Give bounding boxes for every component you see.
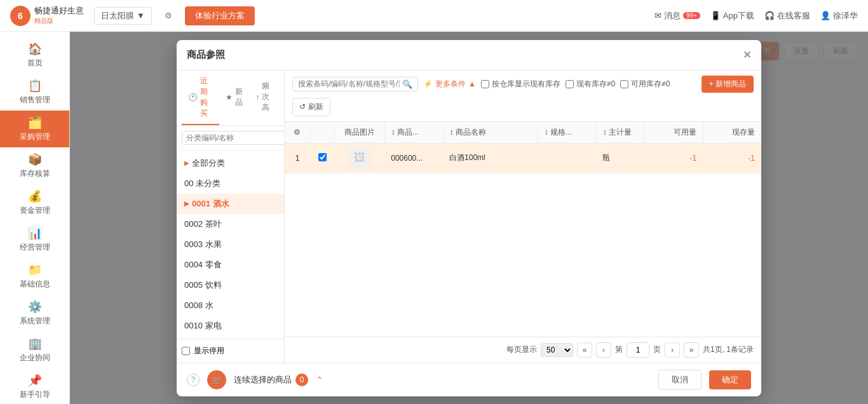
sidebar-item-enterprise[interactable]: 🏢 企业协同 [0,332,69,368]
selected-count: 连续选择的商品 0 [234,374,308,386]
enterprise-icon: 🏢 [28,337,42,351]
show-disabled-checkbox[interactable] [182,347,190,355]
page-label: 第 [615,344,623,355]
show-disabled-label: 显示停用 [194,346,224,356]
nav-msg[interactable]: ✉ 消息 99+ [654,10,700,22]
sidebar-label-operation: 经营管理 [20,242,50,253]
cat-item-c0001[interactable]: ▶ 0001 酒水 [177,194,284,214]
page-input[interactable] [627,342,649,358]
confirm-btn[interactable]: 确定 [709,370,751,389]
nav-user[interactable]: 👤 徐泽华 [820,10,858,22]
cat-item-c0004[interactable]: 0004 零食 [177,255,284,275]
recent-icon: 🕐 [188,93,198,102]
sidebar-item-sales[interactable]: 📋 销售管理 [0,74,69,111]
cat-item-c0005[interactable]: 0005 饮料 [177,275,284,295]
add-product-btn[interactable]: + 新增商品 [702,76,754,93]
cat-item-c0002-label: 0002 茶叶 [184,219,222,230]
modal-overlay: 商品参照 ✕ 🕐 近期购买 ★ 新 [70,32,868,404]
modal-close-btn[interactable]: ✕ [743,49,751,61]
cancel-btn[interactable]: 取消 [658,370,702,390]
sidebar-item-purchase[interactable]: 🗂️ 采购管理 [0,111,69,147]
by-warehouse-checkbox-group[interactable]: 按仓库显示现有库存 [481,79,560,90]
cat-tabs: 🕐 近期购买 ★ 新品 ↑ 频次高 [177,71,284,126]
sidebar-label-home: 首页 [27,58,43,69]
cat-item-c0003[interactable]: 0003 水果 [177,234,284,255]
cat-tab-recent[interactable]: 🕐 近期购买 [182,71,219,125]
help-icon[interactable]: ? [187,374,200,386]
cat-tab-freq[interactable]: ↑ 频次高 [249,71,279,125]
available-checkbox-group[interactable]: 可用库存≠0 [620,79,670,90]
sidebar-item-system[interactable]: ⚙️ 系统管理 [0,295,69,332]
sidebar-item-operation[interactable]: 📊 经营管理 [0,221,69,258]
next-page-btn[interactable]: › [665,342,680,358]
gear-icon[interactable]: ⚙ [159,7,177,25]
search-icon[interactable]: 🔍 [402,79,412,89]
finance-icon: 💰 [28,189,42,203]
sidebar-label-finance: 资金管理 [20,205,50,216]
th-img: 商品图片 [334,122,384,144]
trial-btn[interactable]: 体验行业方案 [185,6,255,25]
first-page-btn[interactable]: « [577,342,592,358]
table-row[interactable]: 1 🖼 000600... 白酒100ml [285,143,761,173]
logo-name: 畅捷通好生意 [34,6,84,17]
nav-service[interactable]: 🎧 在线客服 [764,10,810,22]
cat-tab-recent-label: 近期购买 [200,76,213,119]
search-input[interactable] [298,79,400,88]
basic-icon: 📁 [28,263,42,277]
refresh-btn[interactable]: ↺ 刷新 [292,98,330,116]
row-name: 白酒100ml [443,143,538,173]
nav-dropdown[interactable]: 日太阳膜 ▼ [94,7,152,25]
cat-item-c00[interactable]: 00 未分类 [177,173,284,194]
arrow-icon: ▶ [184,159,189,166]
cart-icon[interactable]: 🛒 [207,370,226,389]
row-check[interactable] [310,143,334,173]
sidebar-label-sales: 销售管理 [20,95,50,105]
msg-badge: 99+ [683,12,700,19]
row-img: 🖼 [334,143,384,173]
sidebar-item-basic[interactable]: 📁 基础信息 [0,258,69,295]
available-checkbox[interactable] [620,80,628,88]
system-icon: ⚙️ [28,300,42,314]
sidebar-item-inventory[interactable]: 📦 库存核算 [0,147,69,184]
sidebar-item-finance[interactable]: 💰 资金管理 [0,184,69,221]
th-settings[interactable]: ⚙ [285,122,310,144]
has-stock-checkbox[interactable] [566,80,574,88]
modal-header: 商品参照 ✕ [177,40,761,71]
has-stock-checkbox-group[interactable]: 现有库存≠0 [566,79,615,90]
nav-app[interactable]: 📱 App下载 [710,10,754,22]
cat-item-c0008[interactable]: 0008 水 [177,295,284,316]
cat-item-c0002[interactable]: 0002 茶叶 [177,214,284,234]
filter-btn[interactable]: ⚡ 更多条件 ▲ [423,79,476,90]
cat-item-c00-label: 00 未分类 [184,178,220,189]
by-warehouse-label: 按仓库显示现有库存 [492,79,560,90]
logo-sub: 精品版 [34,17,84,25]
by-warehouse-checkbox[interactable] [481,80,489,88]
page-size-label: 每页显示 [506,344,537,355]
category-list: ▶ 全部分类 00 未分类 ▶ 0001 酒水 0002 茶 [177,151,284,339]
cat-tab-new[interactable]: ★ 新品 [219,71,249,125]
home-icon: 🏠 [28,42,42,56]
th-name: ↕ 商品名称 [443,122,538,144]
prod-toolbar: 🔍 ⚡ 更多条件 ▲ 按仓库显示现有库存 [285,71,761,122]
product-table: ⚙ 商品图片 ↕ 商品... ↕ 商品名称 [285,122,761,337]
arrow-icon-active: ▶ [184,200,189,207]
prev-page-btn[interactable]: ‹ [596,342,611,358]
sales-icon: 📋 [28,79,42,93]
collapse-btn[interactable]: ⌃ [316,375,323,385]
has-stock-label: 现有库存≠0 [576,79,615,90]
selected-label: 连续选择的商品 [234,374,292,386]
page-size-select[interactable]: 50 10 20 100 [541,343,573,357]
content-area: 查询 设置 刷新 商品参照 ✕ 🕐 [70,32,868,404]
cat-item-c0003-label: 0003 水果 [184,239,222,250]
nav-user-name: 徐泽华 [833,10,858,22]
th-spec: ↕ 规格... [538,122,596,144]
category-panel: 🕐 近期购买 ★ 新品 ↑ 频次高 [177,71,285,363]
sidebar-item-home[interactable]: 🏠 首页 [0,37,69,74]
last-page-btn[interactable]: » [684,342,699,358]
cat-search: 🔍 [177,126,284,151]
cat-item-c0010[interactable]: 0010 家电 [177,316,284,336]
cat-item-all[interactable]: ▶ 全部分类 [177,153,284,173]
cat-tab-freq-label: 频次高 [262,81,273,113]
cat-search-input[interactable] [182,131,285,145]
sidebar-item-guide[interactable]: 📌 新手引导 [0,368,69,404]
